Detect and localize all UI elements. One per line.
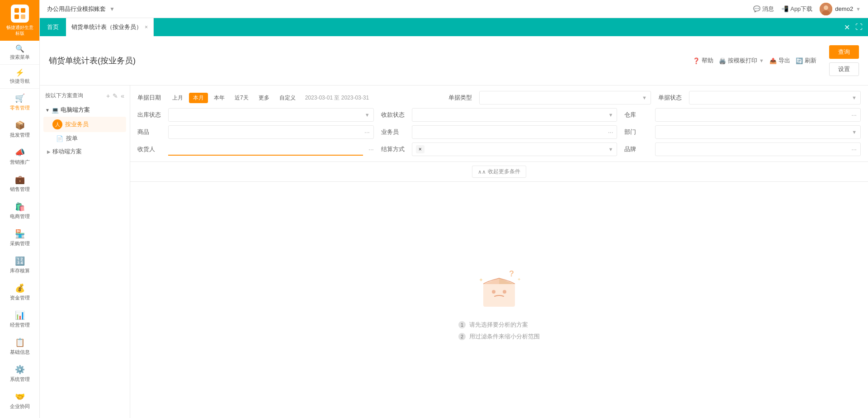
date-7days-btn[interactable]: 近7天 <box>231 93 253 103</box>
sidebar-item-finance[interactable]: 💰 资金管理 <box>0 279 39 306</box>
salesperson-dots[interactable]: ··· <box>608 128 613 136</box>
retail-label: 零售管理 <box>10 104 30 111</box>
left-panel-icons: + ✎ « <box>106 92 124 100</box>
sidebar-item-system[interactable]: ⚙️ 系统管理 <box>0 360 39 387</box>
collapse-panel-icon[interactable]: « <box>121 92 124 100</box>
scheme-item-salesperson[interactable]: 人 按业务员 <box>43 117 126 132</box>
finance-label: 资金管理 <box>10 294 30 301</box>
settlement-select[interactable]: × ▼ <box>412 142 618 156</box>
brand-select[interactable]: ··· <box>655 142 861 156</box>
collapse-btn[interactable]: ∧∧ 收起更多条件 <box>472 166 526 178</box>
warehouse-select[interactable]: ··· <box>655 108 861 122</box>
tab-active[interactable]: 销货单统计表（按业务员） × <box>66 18 154 36</box>
refresh-label: 刷新 <box>805 57 816 65</box>
sidebar-item-operations[interactable]: 📊 经营管理 <box>0 306 39 333</box>
brand-dots[interactable]: ··· <box>851 146 857 153</box>
date-more-btn[interactable]: 更多 <box>255 93 274 103</box>
warehouse-dots[interactable]: ··· <box>851 111 857 119</box>
department-select[interactable]: ▼ <box>655 125 861 139</box>
svg-point-5 <box>824 5 828 10</box>
scheme-sub-item-order[interactable]: 📄 按单 <box>43 132 126 145</box>
sales-label: 销售管理 <box>10 186 30 193</box>
edit-scheme-icon[interactable]: ✎ <box>113 92 118 100</box>
settings-btn[interactable]: 设置 <box>829 62 859 76</box>
sidebar-item-wholesale[interactable]: 📦 批发管理 <box>0 116 39 143</box>
search-menu-item[interactable]: 🔍 搜索菜单 <box>0 41 39 65</box>
department-arrow: ▼ <box>852 129 857 135</box>
goods-select[interactable]: ··· <box>168 125 374 139</box>
receiver-dots[interactable]: ··· <box>368 146 374 153</box>
scheme-pc-icon: 💻 <box>52 107 59 114</box>
scheme-mobile-header[interactable]: ▶ 移动端方案 <box>43 145 126 158</box>
filter-group-brand: 品牌 ··· <box>624 142 861 156</box>
print-btn[interactable]: 🖨️ 按模板打印 ▼ <box>719 57 764 65</box>
tab-close-all-btn[interactable]: ✕ <box>842 21 852 33</box>
svg-rect-0 <box>14 8 19 13</box>
date-this-month-btn[interactable]: 本月 <box>189 93 208 103</box>
messages-btn[interactable]: 💬 消息 <box>753 5 774 13</box>
query-btn[interactable]: 查询 <box>829 45 859 59</box>
collapse-up-icon: ∧∧ <box>478 169 486 175</box>
goods-dots[interactable]: ··· <box>364 128 370 136</box>
retail-icon: 🛒 <box>15 93 25 103</box>
help-btn[interactable]: ❓ 帮助 <box>693 57 713 65</box>
page-title: 销货单统计表(按业务员) <box>49 55 136 66</box>
help-icon: ❓ <box>693 57 700 64</box>
sidebar-item-ecommerce[interactable]: 🛍️ 电商管理 <box>0 197 39 224</box>
app-download-btn[interactable]: 📲 App下载 <box>781 5 812 13</box>
print-dropdown-icon: ▼ <box>759 58 764 63</box>
export-btn[interactable]: 📤 导出 <box>769 57 790 65</box>
date-last-month-btn[interactable]: 上月 <box>168 93 187 103</box>
sidebar-item-sales[interactable]: 💼 销售管理 <box>0 170 39 197</box>
svg-point-10 <box>492 290 495 294</box>
sidebar-item-enterprise[interactable]: 🤝 企业协同 <box>0 387 39 414</box>
salesperson-select[interactable]: ··· <box>412 125 618 139</box>
tab-expand-btn[interactable]: ⛶ <box>854 21 864 33</box>
tip-1-num: 1 <box>458 321 466 328</box>
scheme-pc-header[interactable]: ▼ 💻 电脑端方案 <box>43 103 126 117</box>
receiver-input[interactable] <box>168 143 363 156</box>
tabbar: 首页 销货单统计表（按业务员） × ✕ ⛶ <box>40 18 868 36</box>
tab-home[interactable]: 首页 <box>40 18 66 36</box>
doctype-arrow: ▼ <box>642 95 647 100</box>
operations-icon: 📊 <box>15 310 25 320</box>
sidebar-item-newuser[interactable]: 🎯 新手引导 <box>0 414 39 418</box>
scheme-mobile-label: 移动端方案 <box>52 147 82 156</box>
scheme-pc-arrow: ▼ <box>45 108 50 113</box>
add-scheme-icon[interactable]: + <box>106 92 110 100</box>
main-area: 办公用品行业模拟账套 ▼ 💬 消息 📲 App下载 de <box>40 0 868 418</box>
settlement-tag-close[interactable]: × <box>419 146 422 152</box>
sidebar-item-basic[interactable]: 📋 基础信息 <box>0 333 39 360</box>
doctype-select[interactable]: ▼ <box>479 91 651 104</box>
quick-nav-item[interactable]: ⚡ 快捷导航 <box>0 65 39 89</box>
user-area[interactable]: demo2 ▼ <box>820 3 861 15</box>
refresh-btn[interactable]: 🔄 刷新 <box>796 57 816 65</box>
system-label: 系统管理 <box>10 376 30 383</box>
sidebar-item-marketing[interactable]: 📣 营销推广 <box>0 143 39 170</box>
payment-select[interactable]: ▼ <box>412 108 618 122</box>
empty-content: ? ✦ ✦ 1 请先选择要分析的方案 <box>458 259 540 341</box>
filter-group-receiver: 收货人 ··· <box>137 143 374 156</box>
topbar-dropdown-icon[interactable]: ▼ <box>109 6 115 12</box>
date-this-year-btn[interactable]: 本年 <box>210 93 229 103</box>
sales-icon: 💼 <box>15 175 25 185</box>
sidebar-item-inventory[interactable]: 🔢 库存核算 <box>0 252 39 279</box>
export-icon: 📤 <box>769 57 777 64</box>
filter-row-2: 出库状态 ▼ 收款状态 ▼ <box>137 108 861 122</box>
docstatus-select[interactable]: ▼ <box>689 91 861 104</box>
date-custom-btn[interactable]: 自定义 <box>275 93 300 103</box>
scheme-active-label: 按业务员 <box>65 120 89 128</box>
basic-label: 基础信息 <box>10 349 30 356</box>
svg-rect-3 <box>21 14 25 19</box>
sidebar-item-retail[interactable]: 🛒 零售管理 <box>0 89 39 116</box>
page-header: 销货单统计表(按业务员) ❓ 帮助 🖨️ 按模板打印 ▼ 📤 导出 🔄 刷 <box>40 36 868 86</box>
delivery-select[interactable]: ▼ <box>168 108 374 122</box>
left-panel: 按以下方案查询 + ✎ « ▼ 💻 电脑端方案 人 按业务员 <box>40 86 130 418</box>
marketing-icon: 📣 <box>15 147 25 157</box>
tab-close-btn[interactable]: × <box>145 24 148 30</box>
sidebar-item-purchase[interactable]: 🏪 采购管理 <box>0 224 39 252</box>
svg-rect-1 <box>21 8 25 13</box>
download-icon: 📲 <box>781 5 788 12</box>
settlement-arrow: ▼ <box>608 147 613 152</box>
search-icon: 🔍 <box>15 44 24 53</box>
